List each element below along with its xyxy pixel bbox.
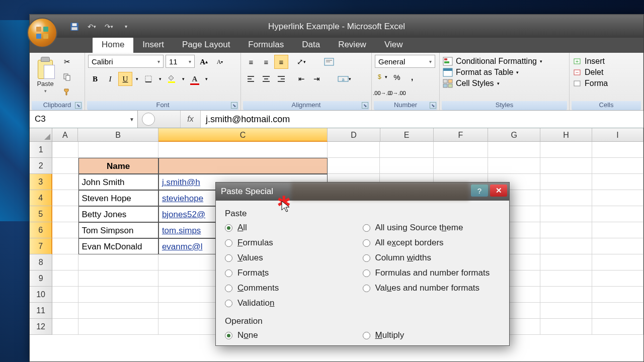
- cell[interactable]: Evan McDonald: [78, 238, 158, 254]
- format-cells-button[interactable]: Forma: [573, 79, 608, 88]
- row-header[interactable]: 4: [30, 190, 52, 206]
- underline-button[interactable]: U: [118, 72, 132, 86]
- cell[interactable]: [540, 287, 592, 303]
- cell[interactable]: [78, 319, 158, 335]
- cell[interactable]: [540, 174, 592, 190]
- formula-input[interactable]: j.smith@hotmail.com: [201, 111, 643, 128]
- name-box[interactable]: C3▼: [30, 111, 138, 128]
- row-header[interactable]: 6: [30, 222, 52, 238]
- cell[interactable]: [52, 190, 78, 206]
- cell[interactable]: [78, 142, 158, 158]
- paste-button[interactable]: Paste ▾: [33, 55, 58, 96]
- cell[interactable]: [52, 270, 78, 287]
- cell[interactable]: [52, 303, 78, 319]
- number-dialog-launcher[interactable]: ⬊: [430, 102, 436, 109]
- column-header[interactable]: I: [592, 128, 643, 142]
- cell[interactable]: [52, 222, 78, 238]
- tab-page-layout[interactable]: Page Layout: [173, 37, 239, 53]
- merge-center-button[interactable]: a▾: [336, 72, 353, 86]
- fill-color-button[interactable]: [165, 72, 179, 86]
- borders-dropdown[interactable]: ▾: [156, 72, 164, 86]
- copy-button[interactable]: [60, 70, 74, 84]
- cell[interactable]: [78, 287, 158, 303]
- radio-option[interactable]: Multiply: [363, 330, 501, 340]
- cut-button[interactable]: ✂: [60, 55, 74, 69]
- radio-option[interactable]: Formulas: [225, 238, 363, 248]
- decrease-indent-button[interactable]: ⇤: [294, 72, 308, 86]
- underline-dropdown[interactable]: ▾: [133, 72, 140, 86]
- cell[interactable]: [592, 222, 643, 238]
- cell[interactable]: [540, 319, 592, 335]
- cell[interactable]: [52, 287, 78, 303]
- dialog-titlebar[interactable]: Paste Special ? ✕: [216, 183, 509, 201]
- formula-expand-icon[interactable]: [142, 113, 155, 126]
- radio-option[interactable]: None: [225, 330, 363, 340]
- delete-cells-button[interactable]: −Delet: [573, 68, 603, 77]
- cell[interactable]: [52, 142, 78, 158]
- cell[interactable]: Steven Hope: [78, 190, 158, 206]
- column-header[interactable]: C: [158, 128, 328, 142]
- increase-decimal-button[interactable]: .00→.0: [375, 86, 389, 100]
- wrap-text-button[interactable]: [320, 55, 338, 69]
- cell[interactable]: [540, 158, 592, 174]
- cell[interactable]: [52, 206, 78, 222]
- cell[interactable]: [592, 319, 643, 335]
- clipboard-dialog-launcher[interactable]: ⬊: [75, 102, 82, 109]
- radio-option[interactable]: Validation: [225, 298, 363, 308]
- cell[interactable]: [380, 158, 433, 174]
- cell[interactable]: [540, 222, 592, 238]
- cell[interactable]: [592, 287, 643, 303]
- align-right-button[interactable]: [274, 72, 288, 86]
- align-middle-button[interactable]: ≡: [259, 55, 273, 69]
- column-header[interactable]: H: [540, 128, 592, 142]
- insert-cells-button[interactable]: +Insert: [573, 57, 605, 66]
- undo-button[interactable]: ↶ ▾: [86, 21, 97, 32]
- format-as-table-button[interactable]: Format as Table▾: [443, 68, 519, 77]
- cell[interactable]: John Smith: [78, 174, 158, 190]
- cell[interactable]: [488, 142, 540, 158]
- conditional-formatting-button[interactable]: Conditional Formatting▾: [443, 57, 542, 66]
- font-name-combo[interactable]: Calibri▾: [88, 55, 164, 68]
- orientation-button[interactable]: ⤢▾: [294, 55, 308, 69]
- cell[interactable]: [592, 142, 643, 158]
- cell[interactable]: [434, 158, 488, 174]
- cell[interactable]: [52, 158, 78, 174]
- row-header[interactable]: 2: [30, 158, 52, 174]
- cell[interactable]: [158, 142, 328, 158]
- cell[interactable]: [592, 174, 643, 190]
- radio-option[interactable]: Values and number formats: [363, 283, 501, 293]
- cell[interactable]: [540, 206, 592, 222]
- row-header[interactable]: 11: [30, 303, 52, 319]
- radio-option[interactable]: Formulas and number formats: [363, 268, 501, 278]
- cell[interactable]: [78, 254, 158, 270]
- bold-button[interactable]: B: [88, 72, 102, 86]
- cell[interactable]: Betty Jones: [78, 206, 158, 222]
- redo-button[interactable]: ↷ ▾: [103, 21, 114, 32]
- align-left-button[interactable]: [244, 72, 258, 86]
- row-header[interactable]: 10: [30, 287, 52, 303]
- cell[interactable]: [592, 254, 643, 270]
- cell[interactable]: [592, 206, 643, 222]
- radio-option[interactable]: Values: [225, 253, 363, 263]
- cell[interactable]: [540, 303, 592, 319]
- radio-option[interactable]: All using Source theme: [363, 223, 501, 233]
- cell[interactable]: [78, 303, 158, 319]
- row-header[interactable]: 7: [30, 238, 52, 254]
- tab-view[interactable]: View: [375, 37, 412, 53]
- row-header[interactable]: 1: [30, 142, 52, 158]
- number-format-combo[interactable]: General▾: [375, 55, 435, 68]
- column-header[interactable]: G: [488, 128, 540, 142]
- cell[interactable]: [540, 270, 592, 287]
- increase-indent-button[interactable]: ⇥: [309, 72, 324, 86]
- cell[interactable]: [52, 254, 78, 270]
- cell[interactable]: [52, 319, 78, 335]
- cell[interactable]: [540, 238, 592, 254]
- column-header[interactable]: E: [380, 128, 434, 142]
- tab-formulas[interactable]: Formulas: [239, 37, 293, 53]
- column-header[interactable]: F: [434, 128, 488, 142]
- radio-option[interactable]: All: [225, 223, 363, 233]
- cell[interactable]: [52, 238, 78, 254]
- cell[interactable]: [592, 303, 643, 319]
- font-color-dropdown[interactable]: ▾: [203, 72, 210, 86]
- cell[interactable]: [380, 142, 433, 158]
